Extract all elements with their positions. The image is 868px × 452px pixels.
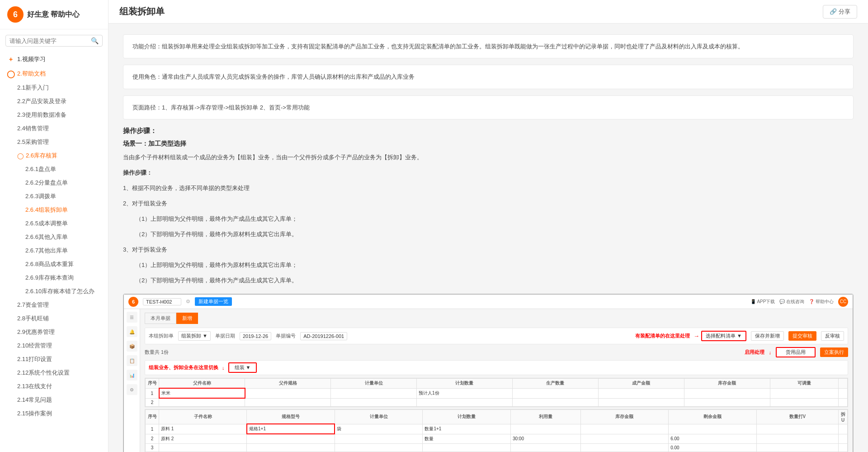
logo-bar: 6 好生意 帮助中心: [0, 0, 108, 29]
mock-logo: 6: [128, 297, 138, 307]
sidebar-item-partial[interactable]: 2.6.2分量盘点单: [0, 176, 108, 190]
step2-2: （2）下部明细为子件明细，最终作为原材料生成其它出库单。: [136, 228, 854, 240]
mock-table-row-parent-2: 2: [146, 398, 848, 406]
mock-btn-exec[interactable]: 立案执行: [820, 347, 848, 357]
mock-form-row1: 本组拆卸单 组装拆卸 ▼ 单据日期 2019-12-26 单据编号 AD-201…: [145, 328, 848, 344]
sidebar-item-case[interactable]: 2.15操作案例: [0, 407, 108, 420]
step3-2: （2）下部明细为子件明细，最终作为产成品生成其它入库单。: [136, 275, 854, 286]
sidebar-item-install[interactable]: 2.2产品安装及登录: [0, 95, 108, 108]
mock-enable-input[interactable]: 货用品用: [776, 347, 816, 357]
mock-select-config[interactable]: 选择配料清单 ▼: [701, 331, 746, 341]
mock-form-row2: 数量共 1份 启用处理 ↓ 货用品用 立案执行: [145, 347, 848, 357]
path-block: 页面路径：1、库存核算->库存管理->组装拆卸单 2、首页->常用功能: [123, 95, 854, 119]
mock-new-doc-btn[interactable]: 新建单据一览: [195, 297, 232, 306]
anno1-text: 有装配清单的在这里处理: [635, 333, 690, 339]
plus-icon: +: [7, 56, 14, 63]
search-input-wrap[interactable]: 🔍: [5, 35, 103, 47]
sidebar-item-mobile[interactable]: 2.8手机旺铺: [0, 312, 108, 325]
mock-type-select[interactable]: 组装拆卸 ▼: [178, 331, 211, 341]
mock-icon-sidebar: ☰ 🔔 📦 📋 📊 ⚙: [124, 309, 140, 452]
sidebar-item-stocktake[interactable]: 2.6.1盘点单: [0, 162, 108, 176]
sidebar-item-custom[interactable]: 2.12系统个性化设置: [0, 366, 108, 380]
sidebar-item-capital[interactable]: 2.7资金管理: [0, 298, 108, 312]
sidebar-item-purchase[interactable]: 2.5采购管理: [0, 135, 108, 149]
mock-table-row-parent-1: 1 米米 预计人1份: [146, 388, 848, 398]
role-text: 使用角色：通常由生产人员或库管人员完成拆装业务的操作，库管人员确认原材料的出库和…: [132, 73, 415, 80]
anno2-text: 组装业务、拆卸业务在这里切换: [149, 364, 218, 371]
steps-title: 操作步骤：: [123, 127, 854, 135]
sidebar-item-faq[interactable]: 2.14常见问题: [0, 393, 108, 407]
sidebar-item-inv-query[interactable]: 2.6.9库存账本查询: [0, 271, 108, 285]
mock-content-wrap: ☰ 🔔 📦 📋 📊 ⚙ 本月单据 新增: [124, 309, 853, 452]
sidebar-item-label: 2.帮助文档: [17, 70, 46, 78]
sub-nav-docs: 2.1新手入门 2.2产品安装及登录 2.3使用前数据准备 2.4销售管理 2.…: [0, 81, 108, 420]
share-icon: 🔗: [830, 8, 837, 15]
path-text: 页面路径：1、库存核算->库存管理->组装拆卸单 2、首页->常用功能: [132, 104, 310, 111]
steps-sub-title: 操作步骤：: [123, 167, 854, 179]
scene-title: 场景一：加工类型选择: [123, 140, 854, 148]
mock-date-input[interactable]: 2019-12-26: [240, 332, 271, 340]
mock-table-row-child-1: 1 原料 1 规格1+1 袋 数量1+1: [146, 424, 848, 434]
sidebar-item-cost[interactable]: 2.6.5成本调整单: [0, 217, 108, 230]
sidebar-item-coupon[interactable]: 2.9优惠券管理: [0, 325, 108, 339]
step1: 1、根据不同的业务，选择不同单据的类型来处理: [123, 182, 854, 194]
sidebar-item-inv-error[interactable]: 2.6.10库存账本错了怎么办: [0, 285, 108, 298]
mock-type-row: 组装业务、拆卸业务在这里切换 ↓ 组装 ▼: [145, 360, 848, 375]
topbar: 组装拆卸单 🔗 分享: [108, 0, 868, 24]
sidebar-item-docs[interactable]: ◯ 2.帮助文档: [0, 67, 108, 81]
nav-section: + 1.视频学习 ◯ 2.帮助文档 2.1新手入门 2.2产品安装及登录 2.3…: [0, 50, 108, 422]
step2-1: （1）上部明细为父件明细，最终作为产成品生成其它入库单；: [136, 213, 854, 225]
mock-table-row-child-3: 3 0.00: [146, 443, 848, 452]
main: 组装拆卸单 🔗 分享 功能介绍：组装拆卸单用来处理企业组装或拆卸等加工业务，支持…: [108, 0, 868, 452]
role-block: 使用角色：通常由生产人员或库管人员完成拆装业务的操作，库管人员确认原材料的出库和…: [123, 65, 854, 89]
mock-tabs: 本月单据 新增: [145, 313, 848, 324]
sidebar: 6 好生意 帮助中心 🔍 + 1.视频学习 ◯ 2.帮助文档 2.1新手入门 2…: [0, 0, 108, 452]
step3-1: （1）上部明细为父件明细，最终作为原材料生成其它出库单；: [136, 259, 854, 271]
mock-btn-save[interactable]: 保存并新增: [751, 331, 784, 341]
sidebar-item-print[interactable]: 2.11打印设置: [0, 352, 108, 366]
mock-topbar: 6 TEST-H002 ⚙ 新建单据一览 📱 APP下载 💬 在线咨询 ❓ 帮助…: [124, 295, 853, 309]
sidebar-item-inventory[interactable]: ◯ 2.6库存核算: [0, 149, 108, 162]
mock-form-area: 本月单据 新增 本组拆卸单 组装拆卸 ▼ 单据日期 2019-12-26 单据编…: [140, 309, 853, 452]
sidebar-item-cost-calc[interactable]: 2.6.8商品成本重算: [0, 257, 108, 271]
sidebar-item-newbie[interactable]: 2.1新手入门: [0, 81, 108, 95]
screenshot-container: 6 TEST-H002 ⚙ 新建单据一览 📱 APP下载 💬 在线咨询 ❓ 帮助…: [123, 294, 854, 452]
content-area: 功能介绍：组装拆卸单用来处理企业组装或拆卸等加工业务，支持有固定装配清单的产品加…: [108, 24, 868, 452]
share-button[interactable]: 🔗 分享: [823, 5, 857, 19]
page-title: 组装拆卸单: [119, 5, 165, 18]
sidebar-item-assembly[interactable]: 2.6.4组装拆卸单: [0, 203, 108, 217]
sidebar-item-online-pay[interactable]: 2.13在线支付: [0, 380, 108, 393]
sidebar-item-prepare[interactable]: 2.3使用前数据准备: [0, 108, 108, 122]
mock-table-parent: 序号 父件名称 父件规格 计量单位 计划数量 生产数量 成产金额 库存金额 可调: [145, 378, 848, 407]
logo-text: 好生意 帮助中心: [27, 10, 80, 19]
mock-tab-new[interactable]: 新增: [176, 313, 198, 324]
sidebar-item-adjust[interactable]: 2.6.3调拨单: [0, 190, 108, 203]
scene-desc: 当由多个子件材料组装成一个成品的业务为【组装】业务，当由一个父件拆分成多个子产品…: [123, 152, 854, 163]
sidebar-item-other-in[interactable]: 2.6.6其他入库单: [0, 230, 108, 244]
intro-text: 功能介绍：组装拆卸单用来处理企业组装或拆卸等加工业务，支持有固定装配清单的产品加…: [132, 43, 744, 50]
mock-table-row-child-2: 2 原料 2 数量 30:00 6.00: [146, 434, 848, 443]
step3: 3、对于拆装业务: [123, 244, 854, 256]
search-input[interactable]: [9, 38, 91, 44]
mock-assy-select[interactable]: 组装 ▼: [228, 362, 257, 373]
sidebar-item-ops[interactable]: 2.10经营管理: [0, 339, 108, 352]
sidebar-item-sales[interactable]: 2.4销售管理: [0, 122, 108, 135]
sidebar-item-label: 1.视频学习: [17, 55, 46, 63]
logo-icon: 6: [7, 6, 24, 23]
mock-company-select[interactable]: TEST-H002: [143, 298, 181, 305]
search-icon[interactable]: 🔍: [91, 37, 99, 44]
minus-icon: ◯: [7, 70, 14, 77]
anno3-text: 启用处理: [745, 349, 764, 356]
inventory-open-icon: ◯: [17, 152, 24, 159]
intro-block: 功能介绍：组装拆卸单用来处理企业组装或拆卸等加工业务，支持有固定装配清单的产品加…: [123, 34, 854, 58]
mock-app: 6 TEST-H002 ⚙ 新建单据一览 📱 APP下载 💬 在线咨询 ❓ 帮助…: [123, 294, 853, 452]
sidebar-item-other-out[interactable]: 2.6.7其他出库单: [0, 244, 108, 257]
mock-btn-action[interactable]: 反审核: [821, 331, 844, 341]
mock-table-child: 序号 子件名称 规格型号 计量单位 计划数量 利用量 库存金额 剩余金额 数量打: [145, 409, 848, 452]
search-box: 🔍: [0, 29, 108, 50]
mock-btn-submit[interactable]: 提交审核: [788, 331, 816, 341]
mock-num-input[interactable]: AD-20191226-001: [300, 332, 347, 340]
mock-tab-list[interactable]: 本月单据: [145, 313, 176, 324]
sidebar-item-video[interactable]: + 1.视频学习: [0, 52, 108, 67]
step2: 2、对于组装业务: [123, 198, 854, 209]
